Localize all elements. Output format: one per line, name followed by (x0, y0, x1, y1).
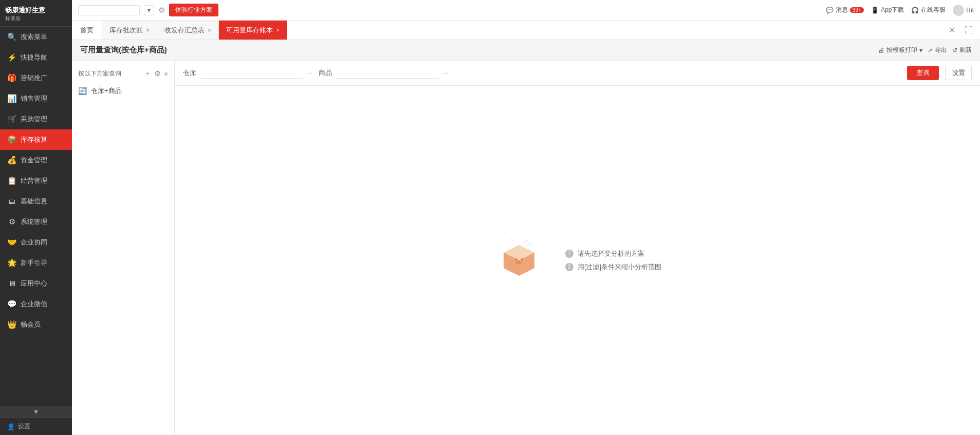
user-account-btn[interactable]: Rit (953, 5, 974, 16)
empty-box-svg (493, 235, 545, 286)
topbar: ▾ ⚙ 体验行业方案 💬 消息 99+ 📱 App下载 🎧 在线客服 Rit (72, 0, 980, 21)
warehouse-label: 仓库 (183, 68, 196, 78)
sidebar-item-label-appstore: 应用中心 (21, 279, 47, 288)
sidebar-item-label-member: 畅会员 (21, 320, 41, 329)
purchase-icon: 🛒 (7, 115, 16, 124)
export-btn[interactable]: ↗ 导出 (928, 46, 947, 54)
sidebar: 畅康通好生意 标准版 🔍搜索菜单⚡快捷导航🎁营销推广📊销售管理🛒采购管理📦库存核… (0, 0, 72, 435)
tab-close-inventory-batch[interactable]: × (146, 27, 150, 34)
message-icon: 💬 (826, 7, 834, 14)
home-tab-label: 首页 (80, 26, 94, 35)
sidebar-item-member[interactable]: 👑畅会员 (0, 314, 72, 335)
goods-field: 商品 ··· (319, 68, 448, 79)
sidebar-item-label-cooperation: 企业协同 (21, 238, 47, 247)
empty-step-2: 2 用[过滤]条件来缩小分析范围 (565, 260, 661, 274)
export-icon: ↗ (928, 47, 933, 54)
sidebar-item-wechat[interactable]: 💬企业微信 (0, 294, 72, 314)
operation-icon: 📋 (7, 176, 16, 185)
step-num-2: 2 (565, 263, 574, 271)
online-service-btn[interactable]: 🎧 在线客服 (911, 6, 946, 14)
svg-line-7 (524, 240, 528, 242)
sidebar-item-label-operation: 经营管理 (21, 176, 47, 185)
cooperation-icon: 🤝 (7, 238, 16, 247)
industry-btn[interactable]: 体验行业方案 (169, 4, 218, 16)
sidebar-item-label-inventory: 库存核算 (21, 135, 47, 144)
sidebar-item-label-sales: 销售管理 (21, 94, 47, 103)
appstore-icon: 🖥 (7, 279, 16, 288)
warehouse-more-btn[interactable]: ··· (307, 69, 312, 77)
sidebar-item-search[interactable]: 🔍搜索菜单 (0, 27, 72, 47)
tab-summary[interactable]: 收发存汇总表 × (157, 21, 219, 40)
filter-header: 按以下方案查询 ＋ ⚙ « (72, 66, 174, 82)
sidebar-item-shortcut[interactable]: ⚡快捷导航 (0, 47, 72, 68)
goods-label: 商品 (319, 68, 332, 78)
settings-scheme-btn[interactable]: ⚙ (154, 69, 161, 78)
filter-panel: 按以下方案查询 ＋ ⚙ « 🔄 仓库+商品 (72, 61, 175, 435)
message-btn[interactable]: 💬 消息 99+ (826, 6, 864, 14)
gear-icon[interactable]: ⚙ (158, 6, 165, 15)
empty-step-1: 1 请先选择要分析的方案 (565, 247, 661, 260)
search-dropdown-btn[interactable]: ▾ (144, 5, 154, 15)
scheme-label: 仓库+商品 (91, 86, 122, 96)
tab-close-summary[interactable]: × (208, 27, 211, 34)
main-area: ▾ ⚙ 体验行业方案 💬 消息 99+ 📱 App下载 🎧 在线客服 Rit (72, 0, 980, 435)
tabs-bar: 首页 库存批次账 × 收发存汇总表 × 可用量库存账本 × ✕ ⛶ (72, 21, 980, 40)
message-badge: 99+ (850, 7, 864, 13)
print-dropdown-icon: ▾ (919, 47, 922, 54)
sidebar-item-operation[interactable]: 📋经营管理 (0, 171, 72, 191)
sidebar-item-cooperation[interactable]: 🤝企业协同 (0, 232, 72, 253)
sidebar-item-label-purchase: 采购管理 (21, 115, 47, 124)
tab-close-available-stock[interactable]: × (276, 27, 280, 34)
sidebar-item-system[interactable]: ⚙系统管理 (0, 212, 72, 232)
marketing-icon: 🎁 (7, 73, 16, 83)
goods-input[interactable] (336, 68, 439, 79)
goods-more-btn[interactable]: ··· (443, 69, 448, 77)
sidebar-item-label-finance: 资金管理 (21, 156, 47, 165)
tab-available-stock[interactable]: 可用量库存账本 × (219, 21, 287, 40)
filter-title: 按以下方案查询 (78, 69, 121, 78)
app-icon: 📱 (871, 7, 879, 14)
sidebar-item-basic[interactable]: 🗂基础信息 (0, 191, 72, 212)
empty-illustration (493, 235, 545, 286)
sidebar-item-appstore[interactable]: 🖥应用中心 (0, 273, 72, 294)
online-service-label: 在线客服 (921, 6, 946, 14)
sidebar-item-label-shortcut: 快捷导航 (21, 53, 47, 62)
brand-edition: 标准版 (5, 15, 67, 22)
print-btn[interactable]: 🖨 按模板打印 ▾ (878, 46, 922, 54)
export-label: 导出 (935, 46, 947, 54)
app-download-btn[interactable]: 📱 App下载 (871, 6, 904, 14)
shortcut-icon: ⚡ (7, 53, 16, 62)
message-label: 消息 (836, 6, 848, 14)
sidebar-item-sales[interactable]: 📊销售管理 (0, 88, 72, 109)
svg-line-9 (511, 238, 514, 241)
query-btn[interactable]: 查询 (907, 66, 939, 80)
sidebar-item-marketing[interactable]: 🎁营销推广 (0, 68, 72, 88)
collapse-panel-btn[interactable]: « (164, 69, 168, 78)
tab-maximize-btn[interactable]: ⛶ (961, 25, 976, 36)
svg-point-6 (521, 258, 523, 260)
search-input[interactable] (78, 5, 140, 15)
sidebar-item-guide[interactable]: 🌟新手引导 (0, 253, 72, 273)
query-bar: 仓库 ··· 商品 ··· 查询 设置 (175, 61, 980, 86)
sidebar-item-inventory[interactable]: 📦库存核算 (0, 129, 72, 150)
sidebar-username: 设置 (18, 422, 30, 431)
refresh-btn[interactable]: ↺ 刷新 (952, 46, 972, 54)
sidebar-scroll-down[interactable]: ▼ (0, 406, 72, 418)
user-icon: 👤 (7, 423, 15, 430)
sidebar-item-finance[interactable]: 💰资金管理 (0, 150, 72, 171)
search-icon: 🔍 (7, 32, 16, 42)
table-settings-btn[interactable]: 设置 (945, 66, 972, 80)
tab-home[interactable]: 首页 (72, 21, 102, 40)
user-name: Rit (966, 7, 974, 14)
sidebar-item-purchase[interactable]: 🛒采购管理 (0, 109, 72, 129)
inventory-icon: 📦 (7, 135, 16, 144)
sidebar-bottom-user[interactable]: 👤 设置 (0, 418, 72, 435)
filter-scheme-item[interactable]: 🔄 仓库+商品 (72, 82, 174, 100)
service-icon: 🎧 (911, 7, 919, 14)
sidebar-item-label-basic: 基础信息 (21, 197, 47, 206)
add-scheme-btn[interactable]: ＋ (144, 69, 151, 78)
warehouse-input[interactable] (200, 68, 303, 79)
step1-text: 请先选择要分析的方案 (578, 247, 644, 260)
tab-close-window-btn[interactable]: ✕ (946, 24, 958, 36)
tab-inventory-batch[interactable]: 库存批次账 × (102, 21, 157, 40)
